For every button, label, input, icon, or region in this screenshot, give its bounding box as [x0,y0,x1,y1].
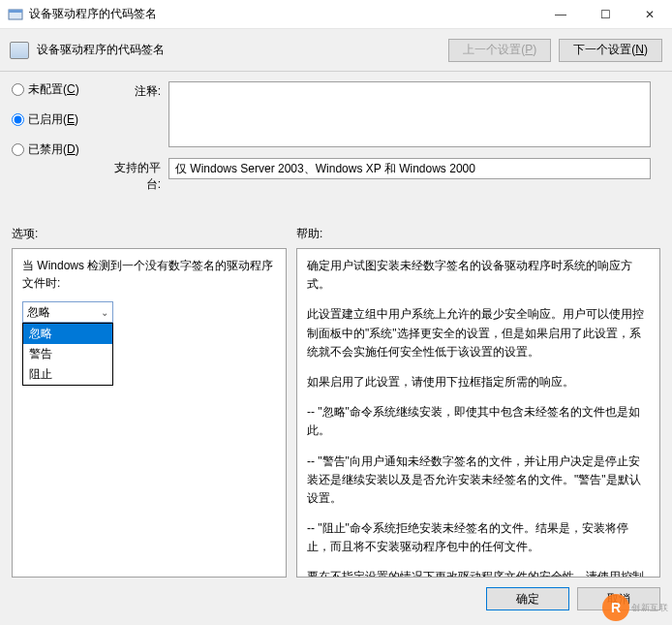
combo-dropdown-list: 忽略 警告 阻止 [22,323,113,386]
radio-enabled-label: 已启用(E) [28,111,78,128]
radio-not-configured-label: 未配置(C) [28,81,79,98]
combo-item-ignore[interactable]: 忽略 [23,324,112,344]
policy-title: 设备驱动程序的代码签名 [37,42,441,58]
help-p3: 如果启用了此设置，请使用下拉框指定所需的响应。 [307,373,650,391]
help-p7: 要在不指定设置的情况下更改驱动程序文件的安全性，请使用控制面板中的"系统"。右键… [307,568,650,578]
options-panel: 当 Windows 检测到一个没有数字签名的驱动程序文件时: 忽略 ⌄ 忽略 警… [12,248,287,578]
radio-group: 未配置(C) 已启用(E) 已禁用(D) [12,81,93,201]
radio-not-configured[interactable]: 未配置(C) [12,81,93,98]
radio-disabled-label: 已禁用(D) [28,141,79,158]
help-section-label: 帮助: [296,226,322,242]
help-p5: -- "警告"向用户通知未经数字签名的文件，并让用户决定是停止安装还是继续安装以… [307,453,650,509]
svg-rect-1 [9,10,22,13]
options-prompt: 当 Windows 检测到一个没有数字签名的驱动程序文件时: [22,257,276,292]
minimize-button[interactable]: — [538,0,583,29]
next-setting-button[interactable]: 下一个设置(N) [559,39,662,62]
maximize-button[interactable]: ☐ [583,0,627,29]
driver-signing-combo[interactable]: 忽略 ⌄ [22,301,113,323]
ok-button[interactable]: 确定 [486,587,569,610]
platform-field [168,158,651,179]
platform-label: 支持的平台: [105,158,168,193]
radio-enabled-input[interactable] [12,113,24,126]
help-p6: -- "阻止"命令系统拒绝安装未经签名的文件。结果是，安装将停止，而且将不安装驱… [307,519,650,556]
help-panel: 确定用户试图安装未经数字签名的设备驱动程序时系统的响应方式。 此设置建立组中用户… [296,248,660,578]
dialog-button-row: 确定 取消 [0,578,672,620]
help-p4: -- "忽略"命令系统继续安装，即使其中包含未经签名的文件也是如此。 [307,403,650,440]
combo-selected-value: 忽略 [27,304,50,321]
radio-enabled[interactable]: 已启用(E) [12,111,93,128]
comment-textarea[interactable] [168,81,651,147]
previous-setting-button[interactable]: 上一个设置(P) [448,39,551,62]
header-row: 设备驱动程序的代码签名 上一个设置(P) 下一个设置(N) [0,29,672,72]
help-p1: 确定用户试图安装未经数字签名的设备驱动程序时系统的响应方式。 [307,257,650,294]
app-icon [8,7,23,22]
radio-not-configured-input[interactable] [12,83,24,96]
title-bar: 设备驱动程序的代码签名 — ☐ ✕ [0,0,672,29]
policy-icon [10,42,29,59]
window-title: 设备驱动程序的代码签名 [29,6,538,22]
radio-disabled-input[interactable] [12,143,24,156]
combo-item-warn[interactable]: 警告 [23,344,112,364]
close-button[interactable]: ✕ [627,0,672,29]
options-section-label: 选项: [12,226,296,242]
radio-disabled[interactable]: 已禁用(D) [12,141,93,158]
help-p2: 此设置建立组中用户系统上允许的最少安全响应。用户可以使用控制面板中的"系统"选择… [307,305,650,361]
chevron-down-icon: ⌄ [101,307,108,318]
cancel-button[interactable]: 取消 [577,587,660,610]
comment-label: 注释: [105,81,168,150]
combo-item-block[interactable]: 阻止 [23,364,112,385]
